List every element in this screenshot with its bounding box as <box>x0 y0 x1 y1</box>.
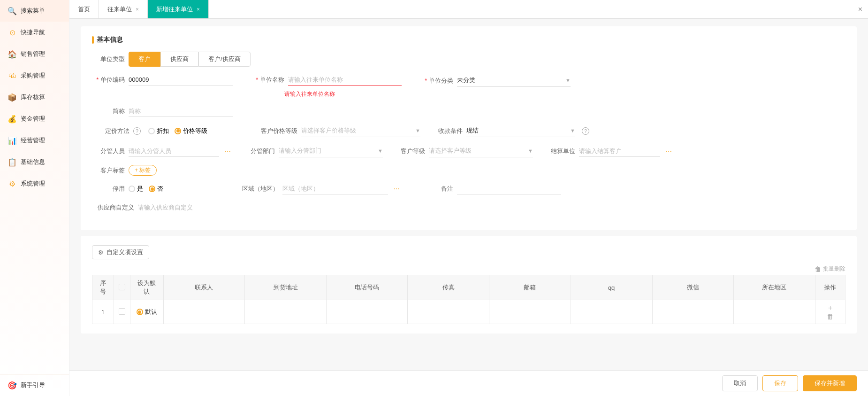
unit-category-select[interactable]: 未分类 ▼ <box>457 74 571 87</box>
payment-terms-select[interactable]: 现结 ▼ <box>466 124 575 137</box>
sidebar-item-finance[interactable]: 💰 资金管理 <box>0 108 69 130</box>
unit-code-row: 单位编码 单位名称 请输入往来单位名称 单位分类 <box>92 74 845 98</box>
manager-more-icon[interactable]: ··· <box>223 147 233 155</box>
main-content: 首页 往来单位 × 新增往来单位 × × 基本信息 单位类型 客 <box>69 0 868 396</box>
ops-icon: 📊 <box>8 136 17 145</box>
row-default-radio[interactable]: 默认 <box>135 308 159 316</box>
unit-type-both-btn[interactable]: 客户/供应商 <box>198 52 251 67</box>
pricing-level-radio[interactable]: 价格等级 <box>175 127 207 135</box>
tab-home[interactable]: 首页 <box>69 0 99 18</box>
row-contact-cell[interactable] <box>163 300 245 324</box>
save-new-button[interactable]: 保存并新增 <box>803 375 857 391</box>
row-address-cell[interactable] <box>245 300 327 324</box>
pricing-row: 定价方法 ? 折扣 价格等级 客户价格等级 <box>92 124 845 137</box>
abbr-field: 简称 <box>92 106 233 117</box>
settlement-unit-input[interactable] <box>579 146 660 157</box>
disabled-no-radio[interactable]: 否 <box>149 185 163 193</box>
unit-name-field: 单位名称 请输入往来单位名称 <box>251 74 402 98</box>
row-checkbox[interactable] <box>119 308 125 315</box>
settlement-unit-label: 结算单位 <box>542 147 575 155</box>
tab-add-partner[interactable]: 新增往来单位 × <box>148 0 209 18</box>
customer-level-select[interactable]: 请选择客户等级 ▼ <box>429 145 533 157</box>
row-add-button[interactable]: ＋ <box>825 303 835 311</box>
row-contact-input[interactable] <box>168 309 240 316</box>
unit-name-label: 单位名称 <box>251 76 284 84</box>
row-email-input[interactable] <box>494 309 566 316</box>
tab-label: 往来单位 <box>107 5 132 14</box>
supplier-custom-input[interactable] <box>138 202 270 213</box>
col-checkbox <box>114 275 130 300</box>
search-icon: 🔍 <box>8 6 17 16</box>
batch-delete-label[interactable]: 批量删除 <box>823 265 845 273</box>
row-email-cell[interactable] <box>489 300 571 324</box>
sidebar-item-label: 基础信息 <box>21 158 45 166</box>
sidebar-item-purchase[interactable]: 🛍 采购管理 <box>0 65 69 86</box>
disabled-yes-label: 是 <box>137 185 143 193</box>
settings-icon: ⚙ <box>98 249 104 256</box>
row-wechat-input[interactable] <box>657 309 729 316</box>
settlement-unit-more-icon[interactable]: ··· <box>664 147 674 155</box>
row-default-cell: 默认 <box>130 300 163 324</box>
sidebar-item-inventory[interactable]: 📦 库存核算 <box>0 86 69 108</box>
abbr-input[interactable] <box>129 106 233 117</box>
sidebar-item-quicknav[interactable]: ⊙ 快捷导航 <box>0 22 69 43</box>
sidebar-item-ops[interactable]: 📊 经营管理 <box>0 130 69 151</box>
finance-icon: 💰 <box>8 114 17 124</box>
row-region-input[interactable] <box>739 309 810 316</box>
sidebar-item-label: 采购管理 <box>21 71 45 80</box>
unit-code-input[interactable] <box>129 74 233 85</box>
supplier-custom-row: 供应商自定义 <box>92 202 845 213</box>
tab-label: 首页 <box>78 5 90 14</box>
row-phone-input[interactable] <box>331 309 403 316</box>
custom-settings-button[interactable]: ⚙ 自定义项设置 <box>92 245 149 259</box>
pricing-discount-radio[interactable]: 折扣 <box>148 127 169 135</box>
row-delete-button[interactable]: 🗑 <box>825 312 835 320</box>
disabled-no-radio-circle <box>149 186 155 192</box>
unit-code-label: 单位编码 <box>92 76 125 84</box>
pricing-method-help-icon[interactable]: ? <box>133 127 141 135</box>
region-input[interactable] <box>282 183 388 194</box>
row-qq-cell[interactable] <box>571 300 652 324</box>
row-address-input[interactable] <box>250 309 321 316</box>
row-phone-cell[interactable] <box>326 300 408 324</box>
dept-label: 分管部门 <box>242 147 275 155</box>
disabled-yes-radio[interactable]: 是 <box>129 185 143 193</box>
row-fax-cell[interactable] <box>408 300 489 324</box>
row-fax-input[interactable] <box>412 309 484 316</box>
unit-category-field: 单位分类 未分类 ▼ <box>420 74 571 87</box>
select-all-checkbox[interactable] <box>119 284 125 290</box>
sidebar-item-sales[interactable]: 🏠 销售管理 <box>0 43 69 65</box>
supplier-custom-label: 供应商自定义 <box>92 203 134 212</box>
form-area: 基本信息 单位类型 客户 供应商 客户/供应商 单位编码 <box>69 19 868 370</box>
region-more-icon[interactable]: ··· <box>392 185 402 193</box>
close-tab-partner-list[interactable]: × <box>136 6 139 13</box>
unit-code-field: 单位编码 <box>92 74 233 85</box>
remark-field: 备注 <box>420 183 561 194</box>
unit-type-supplier-btn[interactable]: 供应商 <box>160 52 198 67</box>
tab-partner-list[interactable]: 往来单位 × <box>99 0 148 18</box>
remark-input[interactable] <box>457 183 561 194</box>
payment-terms-value: 现结 <box>466 126 479 135</box>
payment-terms-help-icon[interactable]: ? <box>582 127 589 135</box>
close-all-tabs[interactable]: × <box>853 5 868 14</box>
unit-name-input[interactable] <box>288 74 402 85</box>
row-region-cell[interactable] <box>734 300 815 324</box>
unit-type-customer-btn[interactable]: 客户 <box>129 52 160 67</box>
manager-input[interactable] <box>129 146 219 157</box>
cancel-button[interactable]: 取消 <box>722 375 758 391</box>
sidebar-item-label: 销售管理 <box>21 50 45 58</box>
add-tag-button[interactable]: + 标签 <box>129 165 157 176</box>
row-wechat-cell[interactable] <box>652 300 734 324</box>
save-button[interactable]: 保存 <box>762 375 798 391</box>
sidebar-item-guide[interactable]: 🎯 新手引导 <box>0 374 69 396</box>
dept-select[interactable]: 请输入分管部门 ▼ <box>279 145 383 157</box>
customer-price-level-select[interactable]: 请选择客户价格等级 ▼ <box>301 124 420 137</box>
sidebar-item-search[interactable]: 🔍 搜索菜单 <box>0 0 69 22</box>
sidebar-item-base[interactable]: 📋 基础信息 <box>0 151 69 173</box>
unit-type-field: 单位类型 客户 供应商 客户/供应商 <box>92 52 251 67</box>
customer-level-field: 客户等级 请选择客户等级 ▼ <box>392 145 533 157</box>
close-tab-add-partner[interactable]: × <box>197 6 200 13</box>
row-qq-input[interactable] <box>576 309 647 316</box>
sidebar-item-system[interactable]: ⚙ 系统管理 <box>0 173 69 194</box>
table-row: 1 默认 <box>92 300 845 324</box>
